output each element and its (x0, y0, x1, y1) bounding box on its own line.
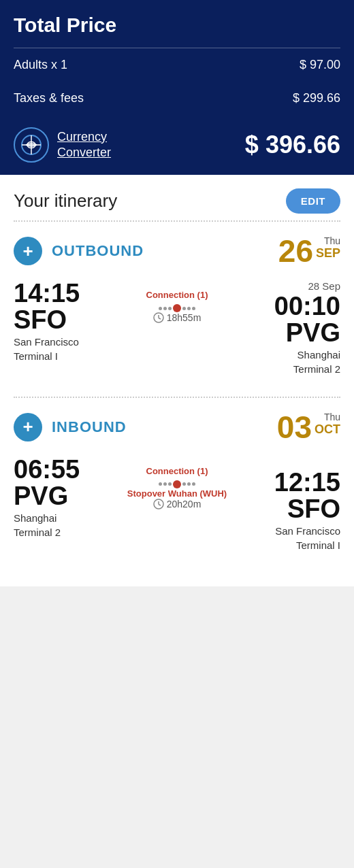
outbound-dep-time: 14:15 (14, 280, 123, 306)
currency-label-line1: Currency (57, 129, 111, 145)
outbound-arrival: 28 Sep 00:10 PVG Shanghai Terminal 2 (231, 280, 340, 376)
section-divider (14, 220, 340, 222)
outbound-arr-airport: PVG (231, 319, 340, 348)
dot1 (159, 307, 162, 310)
inbound-duration-row: 20h20m (153, 499, 202, 510)
currency-svg (20, 134, 42, 156)
outbound-direction-row: + OUTBOUND 26 Thu SEP (14, 235, 340, 267)
inbound-dayname: Thu (315, 412, 340, 422)
currency-row: Currency Converter $ 396.66 (14, 115, 340, 175)
itinerary-title: Your itinerary (14, 190, 117, 212)
outbound-dot-line (159, 304, 195, 312)
dot6 (192, 307, 195, 310)
inbound-expand-icon[interactable]: + (14, 413, 42, 441)
outbound-connection-label: Connection (1) (146, 290, 208, 300)
taxes-price: $ 299.66 (293, 91, 340, 105)
inbound-departure: 06:55 PVG Shanghai Terminal 2 (14, 456, 123, 539)
svg-line-5 (159, 318, 161, 320)
itinerary-section: Your itinerary EDIT + OUTBOUND 26 Thu SE… (0, 175, 354, 586)
outbound-month-wrapper: Thu SEP (316, 235, 340, 261)
clock-icon-outbound (153, 312, 164, 323)
inbound-stopover-label: Stopover Wuhan (WUH) (127, 488, 227, 499)
currency-icon (14, 127, 49, 163)
outbound-expand-icon[interactable]: + (14, 237, 42, 265)
inbound-arr-airport: SFO (231, 495, 340, 524)
adults-label: Adults x 1 (14, 58, 67, 72)
inbound-date-inner: 03 Thu OCT (277, 412, 340, 443)
inbound-direction-left: + INBOUND (14, 413, 127, 441)
outbound-dayname: Thu (316, 235, 340, 246)
taxes-label: Taxes & fees (14, 91, 84, 105)
outbound-day: 26 (278, 235, 313, 267)
outbound-arr-terminal: Terminal 2 (231, 362, 340, 376)
dot5b (187, 482, 191, 486)
inbound-connection: Connection (1) Stopover Wuhan (WUH) (123, 456, 231, 510)
dot3 (168, 307, 172, 310)
inbound-arr-terminal: Terminal I (231, 538, 340, 552)
svg-line-8 (159, 504, 161, 505)
section-divider-2 (14, 397, 340, 398)
dot6b (192, 482, 195, 486)
taxes-row: Taxes & fees $ 299.66 (14, 82, 340, 115)
inbound-arr-city: San Francisco (231, 524, 340, 538)
inbound-dot-line (159, 480, 195, 488)
adults-row: Adults x 1 $ 97.00 (14, 48, 340, 82)
outbound-arr-time: 00:10 (231, 293, 340, 319)
outbound-dep-airport: SFO (14, 306, 123, 335)
inbound-block: + INBOUND 03 Thu OCT 06:55 PVG Shanghai … (14, 412, 340, 552)
adults-price: $ 97.00 (300, 58, 340, 72)
total-price: $ 396.66 (245, 131, 340, 159)
inbound-dep-airport: PVG (14, 482, 123, 511)
dot-red (173, 304, 181, 312)
outbound-connection: Connection (1) (123, 280, 231, 323)
inbound-day: 03 (277, 412, 312, 443)
edit-button[interactable]: EDIT (286, 188, 340, 214)
outbound-direction-left: + OUTBOUND (14, 237, 144, 265)
outbound-date-inner: 26 Thu SEP (278, 235, 340, 267)
dot5 (187, 307, 191, 310)
outbound-duration: 18h55m (167, 312, 202, 323)
dot2b (163, 482, 167, 486)
inbound-arr-time: 12:15 (231, 469, 340, 495)
outbound-dep-city: San Francisco (14, 335, 123, 349)
page-title: Total Price (14, 14, 340, 48)
inbound-dep-time: 06:55 (14, 456, 123, 482)
outbound-arr-date: 28 Sep (231, 280, 340, 292)
inbound-times-row: 06:55 PVG Shanghai Terminal 2 Connection… (14, 456, 340, 552)
outbound-arr-city: Shanghai (231, 348, 340, 362)
dot1b (159, 482, 162, 486)
outbound-label: OUTBOUND (52, 242, 144, 260)
dot4 (182, 307, 186, 310)
inbound-duration: 20h20m (167, 499, 202, 510)
outbound-block: + OUTBOUND 26 Thu SEP 14:15 SFO San Fran… (14, 235, 340, 376)
dot2 (163, 307, 167, 310)
inbound-dep-city: Shanghai (14, 511, 123, 525)
outbound-dep-terminal: Terminal I (14, 349, 123, 363)
inbound-month-wrapper: Thu OCT (315, 412, 340, 437)
outbound-times-row: 14:15 SFO San Francisco Terminal I Conne… (14, 280, 340, 376)
inbound-direction-row: + INBOUND 03 Thu OCT (14, 412, 340, 443)
outbound-month: SEP (316, 246, 340, 261)
outbound-departure: 14:15 SFO San Francisco Terminal I (14, 280, 123, 363)
inbound-date: 03 Thu OCT (277, 412, 340, 443)
clock-icon-inbound (153, 499, 164, 510)
outbound-duration-row: 18h55m (153, 312, 202, 323)
inbound-dep-terminal: Terminal 2 (14, 525, 123, 539)
currency-link[interactable]: Currency Converter (57, 129, 111, 161)
dot-red-inbound (173, 480, 181, 488)
inbound-month: OCT (315, 422, 340, 437)
currency-converter-wrapper[interactable]: Currency Converter (14, 127, 111, 163)
dot3b (168, 482, 172, 486)
inbound-arrival: 12:15 SFO San Francisco Terminal I (231, 456, 340, 552)
itinerary-header: Your itinerary EDIT (14, 188, 340, 214)
dot4b (182, 482, 186, 486)
inbound-connection-label: Connection (1) (146, 466, 208, 476)
inbound-label: INBOUND (52, 418, 127, 436)
currency-label-line2: Converter (57, 145, 111, 161)
outbound-date: 26 Thu SEP (278, 235, 340, 267)
header-section: Total Price Adults x 1 $ 97.00 Taxes & f… (0, 0, 354, 175)
inbound-arr-date (231, 456, 340, 468)
